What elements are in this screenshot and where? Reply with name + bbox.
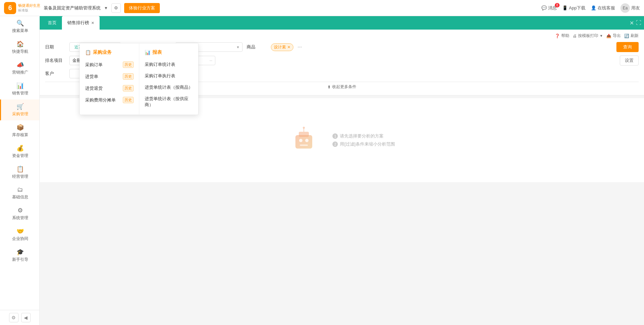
messages-button[interactable]: 💬 消息 8 <box>541 5 557 11</box>
tip-num-1: 1 <box>332 133 338 139</box>
dropdown-item-purchase-fee-label: 采购费用分摊单 <box>85 97 116 103</box>
sidebar-item-sales[interactable]: 📊 销售管理 <box>0 79 39 99</box>
system-icon: ⚙ <box>17 207 23 214</box>
dropdown-item-goods-in-stats-goods[interactable]: 进货单统计表（按商品） <box>139 82 199 93</box>
query-actions: 查询 <box>616 42 639 52</box>
dropdown-item-goods-in-stats-supplier[interactable]: 进货单统计表（按供应商） <box>139 93 199 111</box>
tab-close-icon[interactable]: ✕ <box>91 21 94 25</box>
dropdown-item-purchase-order-stats[interactable]: 采购订单统计表 <box>139 59 199 70</box>
empty-illustration <box>289 125 319 155</box>
print-arrow-icon: ▼ <box>600 34 603 38</box>
dropdown-item-goods-return-label: 进货退货 <box>85 85 103 91</box>
date-label: 日期 <box>45 44 65 50</box>
help-button[interactable]: ❓ 帮助 <box>555 33 569 39</box>
logo-text: 畅捷通好生意 <box>18 3 40 8</box>
marketing-icon: 📣 <box>16 61 24 69</box>
tab-home-label: 首页 <box>48 20 57 26</box>
tab-sales-rank-label: 销售排行榜 <box>67 20 89 26</box>
tab-bar-right: ✕ ⛶ <box>630 20 641 26</box>
tip-num-2: 2 <box>332 141 338 147</box>
report-header-label: 报表 <box>152 49 162 55</box>
sidebar-item-finance[interactable]: 💰 资金管理 <box>0 141 39 162</box>
sidebar-collapse-button[interactable]: ◀ <box>21 313 31 322</box>
dropdown-item-purchase-fee[interactable]: 采购费用分摊单 历史 <box>80 94 139 106</box>
user-area[interactable]: Ea 用友 <box>620 3 640 13</box>
online-label: 在线客服 <box>598 5 615 11</box>
dropdown-item-purchase-order-stats-label: 采购订单统计表 <box>145 62 175 68</box>
industry-button[interactable]: 体验行业方案 <box>124 3 160 13</box>
purchase-header-icon: 📋 <box>85 50 91 55</box>
header-center: 装备及固定资产辅助管理系统 ▼ ⚙ 体验行业方案 <box>44 3 541 13</box>
sales-icon: 📊 <box>16 82 24 89</box>
history-badge-1[interactable]: 历史 <box>123 62 134 68</box>
sidebar-settings-button[interactable]: ⚙ <box>9 313 19 322</box>
system-title: 装备及固定资产辅助管理系统 <box>44 5 101 11</box>
goods-tag-text: 设计素 <box>274 44 286 50</box>
sidebar-item-purchase[interactable]: 🛒 采购管理 <box>0 99 39 120</box>
goods-more-button[interactable]: ··· <box>297 44 302 50</box>
svg-point-6 <box>303 127 305 129</box>
empty-tips: 1 请先选择要分析的方案 2 用[过滤]条件来缩小分析范围 <box>332 133 395 147</box>
gear-button[interactable]: ⚙ <box>111 3 121 13</box>
search-icon: 🔍 <box>16 19 24 27</box>
sidebar-item-quick[interactable]: 🏠 快捷导航 <box>0 37 39 58</box>
purchase-header-label: 采购业务 <box>93 49 112 55</box>
report-header: 📊 报表 <box>139 47 199 59</box>
setting-action: 设置 <box>620 55 639 66</box>
tab-sales-rank[interactable]: 销售排行榜 ✕ <box>62 16 100 30</box>
collapse-up-icon: ⬆ <box>327 85 331 89</box>
export-button[interactable]: 📤 导出 <box>606 33 621 39</box>
main-layout: 🔍 搜索菜单 🏠 快捷导航 📣 营销推广 📊 销售管理 🛒 采购管理 📦 库存核… <box>0 16 644 325</box>
purchase-icon: 🛒 <box>16 103 24 110</box>
purchase-dropdown-menu: 📋 采购业务 采购订单 历史 进货单 历史 进货退货 历史 <box>79 43 199 115</box>
dropdown-item-purchase-order-label: 采购订单 <box>85 62 103 68</box>
dropdown-item-goods-in-stats-goods-label: 进货单统计表（按商品） <box>145 84 193 90</box>
query-button[interactable]: 查询 <box>616 42 639 52</box>
print-label: 按模板打印 <box>578 33 598 39</box>
print-button[interactable]: 🖨 按模板打印 ▼ <box>573 33 603 39</box>
sidebar-item-base[interactable]: 🗂 基础信息 <box>0 183 39 203</box>
system-dropdown[interactable]: ▼ <box>104 6 108 10</box>
empty-tip-2-text: 用[过滤]条件来缩小分析范围 <box>340 141 395 147</box>
history-badge-2[interactable]: 历史 <box>123 73 134 80</box>
sidebar-item-marketing[interactable]: 📣 营销推广 <box>0 58 39 79</box>
sidebar-bottom: ⚙ ◀ <box>0 310 39 325</box>
export-label: 导出 <box>613 33 621 39</box>
content-area: ❓ 帮助 🖨 按模板打印 ▼ 📤 导出 🔄 <box>40 30 644 325</box>
dropdown-item-purchase-order-exec[interactable]: 采购订单执行表 <box>139 70 199 82</box>
base-icon: 🗂 <box>17 186 23 193</box>
user-label: 用友 <box>631 5 640 11</box>
goods-tag: 设计素 ✕ <box>271 43 293 51</box>
header-right: 💬 消息 8 📱 App下载 👤 在线客服 Ea 用友 <box>541 3 640 13</box>
goods-tag-remove[interactable]: ✕ <box>287 45 290 49</box>
rank-label: 排名项目 <box>45 57 65 64</box>
dropdown-item-purchase-order[interactable]: 采购订单 历史 <box>80 59 139 71</box>
export-icon: 📤 <box>606 34 611 38</box>
refresh-button[interactable]: 🔄 刷新 <box>624 33 639 39</box>
history-badge-3[interactable]: 历史 <box>123 85 134 91</box>
tab-home[interactable]: 首页 <box>42 16 62 30</box>
app-download-button[interactable]: 📱 App下载 <box>562 5 585 11</box>
tab-close-all-button[interactable]: ✕ <box>630 20 634 26</box>
tab-expand-button[interactable]: ⛶ <box>636 20 641 26</box>
empty-tip-1: 1 请先选择要分析的方案 <box>332 133 395 139</box>
dropdown-item-goods-return[interactable]: 进货退货 历史 <box>80 82 139 94</box>
toolbar-actions: ❓ 帮助 🖨 按模板打印 ▼ 📤 导出 🔄 <box>555 33 639 39</box>
sidebar-item-search[interactable]: 🔍 搜索菜单 <box>0 16 39 37</box>
tab-bar: 首页 销售排行榜 ✕ ✕ ⛶ <box>40 16 644 30</box>
sidebar-item-operation[interactable]: 📋 经营管理 <box>0 162 39 183</box>
history-badge-4[interactable]: 历史 <box>123 97 134 103</box>
dropdown-item-goods-in-label: 进货单 <box>85 74 98 80</box>
svg-rect-0 <box>295 135 312 149</box>
dropdown-item-goods-in[interactable]: 进货单 历史 <box>80 71 139 82</box>
online-service-button[interactable]: 👤 在线客服 <box>591 5 615 11</box>
sidebar-item-inventory[interactable]: 📦 库存核算 <box>0 120 39 141</box>
sidebar-item-system[interactable]: ⚙ 系统管理 <box>0 203 39 224</box>
sidebar-item-guide[interactable]: 🎓 新手引导 <box>0 245 39 266</box>
help-label: 帮助 <box>561 33 569 39</box>
app-label: App下载 <box>569 5 585 11</box>
logo-sub: 标准版 <box>18 8 40 13</box>
empty-state-content: 1 请先选择要分析的方案 2 用[过滤]条件来缩小分析范围 <box>289 125 395 155</box>
setting-button[interactable]: 设置 <box>620 55 639 66</box>
sidebar-item-coop[interactable]: 🤝 企业协同 <box>0 224 39 245</box>
